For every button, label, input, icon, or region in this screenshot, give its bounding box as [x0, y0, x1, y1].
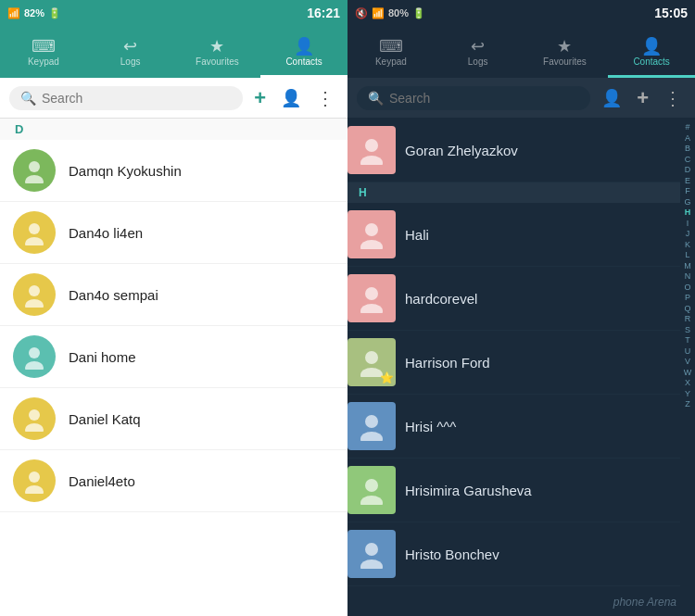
contact-name: Hali: [405, 227, 429, 243]
status-bar-right: 🔇 📶 80% 🔋 15:05: [348, 0, 695, 26]
alpha-i[interactable]: I: [687, 219, 689, 228]
contact-item[interactable]: Dan4o li4en: [0, 202, 348, 264]
keypad-icon-left: ⌨: [32, 38, 56, 55]
contact-item[interactable]: Dani home: [0, 326, 348, 388]
search-wrap-right[interactable]: 🔍: [357, 86, 590, 110]
alpha-z[interactable]: Z: [685, 399, 690, 409]
alpha-m[interactable]: M: [684, 261, 691, 270]
search-icon-right: 🔍: [368, 91, 384, 106]
contact-name: hardcorevel: [405, 291, 477, 307]
avatar: [348, 402, 396, 450]
contact-item[interactable]: Daniel Katq: [0, 388, 348, 450]
tab-bar-left: ⌨ Keypad ↩ Logs ★ Favourites 👤 Contacts: [0, 26, 348, 78]
tab-keypad-left[interactable]: ⌨ Keypad: [0, 26, 87, 78]
alpha-c[interactable]: C: [685, 155, 691, 164]
contact-item[interactable]: Damqn Kyokushin: [0, 140, 348, 202]
add-button-left[interactable]: +: [250, 82, 270, 114]
tab-favourites-left[interactable]: ★ Favourites: [174, 26, 261, 78]
section-d-header: D: [0, 119, 348, 140]
alpha-k[interactable]: K: [685, 240, 690, 249]
right-signal-icon: 📶: [372, 7, 385, 19]
alpha-hash[interactable]: #: [685, 122, 689, 132]
alpha-w[interactable]: W: [684, 368, 692, 377]
contact-item[interactable]: Hali: [348, 203, 680, 267]
tab-logs-left[interactable]: ↩ Logs: [87, 26, 174, 78]
contact-name: Daniel4eto: [69, 473, 135, 489]
alpha-o[interactable]: O: [684, 283, 690, 292]
alpha-h[interactable]: H: [685, 207, 691, 217]
alphabet-sidebar[interactable]: # A B C D E F G H I J K L M N O P Q R S …: [680, 119, 695, 616]
contact-name: Hristo Bonchev: [405, 547, 499, 562]
svg-point-25: [360, 559, 383, 569]
tab-keypad-right[interactable]: ⌨ Keypad: [348, 26, 435, 78]
contact-item[interactable]: Goran Zhelyazkov: [348, 119, 680, 182]
add-contact-button-right[interactable]: 👤: [598, 84, 626, 112]
more-button-left[interactable]: ⋮: [312, 83, 338, 113]
svg-point-9: [25, 423, 44, 432]
favourites-icon-left: ★: [209, 38, 224, 55]
alpha-x[interactable]: X: [685, 378, 690, 387]
alpha-a[interactable]: A: [685, 133, 690, 143]
contact-item[interactable]: Hrisi ^^^: [348, 395, 680, 459]
search-input-right[interactable]: [389, 91, 579, 106]
right-time: 15:05: [654, 6, 688, 20]
more-button-right[interactable]: ⋮: [660, 83, 686, 113]
contact-item[interactable]: Dan4o sempai: [0, 264, 348, 326]
tab-favourites-right[interactable]: ★ Favourites: [522, 26, 609, 78]
avatar: [13, 211, 56, 254]
contact-name: Damqn Kyokushin: [69, 163, 182, 179]
alpha-t[interactable]: T: [685, 335, 690, 345]
tab-contacts-right[interactable]: 👤 Contacts: [608, 26, 695, 78]
alpha-e[interactable]: E: [685, 176, 690, 185]
add-contact-button-left[interactable]: 👤: [277, 84, 305, 112]
contact-item[interactable]: hardcorevel: [348, 267, 680, 331]
alpha-p[interactable]: P: [685, 293, 690, 302]
right-battery-pct: 80%: [388, 7, 409, 19]
svg-point-23: [360, 496, 383, 505]
alpha-l[interactable]: L: [685, 250, 689, 259]
alpha-g[interactable]: G: [684, 197, 690, 207]
left-battery-pct: 82%: [24, 7, 44, 19]
logs-icon-left: ↩: [123, 38, 137, 55]
alpha-y[interactable]: Y: [685, 389, 690, 398]
svg-point-6: [29, 347, 40, 358]
search-wrap-left[interactable]: 🔍: [9, 86, 243, 110]
svg-point-22: [365, 479, 378, 492]
tab-keypad-label-left: Keypad: [28, 57, 59, 67]
alpha-b[interactable]: B: [685, 144, 690, 153]
mute-icon: 🔇: [355, 7, 368, 19]
alpha-r[interactable]: R: [685, 314, 691, 323]
keypad-icon-right: ⌨: [379, 38, 403, 55]
tab-contacts-label-right: Contacts: [633, 57, 669, 67]
alpha-d[interactable]: D: [685, 165, 691, 174]
left-battery-icon: 🔋: [48, 7, 61, 19]
svg-point-7: [25, 361, 44, 370]
avatar: [348, 530, 396, 578]
contact-item[interactable]: ⭐ Harrison Ford: [348, 331, 680, 395]
svg-point-15: [360, 240, 383, 249]
alpha-n[interactable]: N: [685, 271, 691, 281]
alpha-f[interactable]: F: [685, 186, 690, 195]
alpha-u[interactable]: U: [685, 346, 691, 356]
tab-logs-right[interactable]: ↩ Logs: [435, 26, 522, 78]
search-input-left[interactable]: [42, 91, 232, 106]
svg-point-8: [29, 409, 40, 421]
svg-point-2: [29, 223, 40, 234]
section-h-header: H: [348, 182, 680, 203]
alpha-q[interactable]: Q: [684, 304, 690, 313]
alpha-s[interactable]: S: [685, 325, 690, 334]
logs-icon-right: ↩: [471, 38, 485, 55]
add-button-right[interactable]: +: [633, 82, 652, 114]
alpha-v[interactable]: V: [685, 357, 690, 366]
contact-item[interactable]: Hristo Bonchev: [348, 522, 680, 586]
avatar: [13, 397, 56, 440]
svg-point-4: [29, 285, 40, 296]
svg-point-21: [360, 432, 383, 441]
contact-item[interactable]: Hrisimira Garusheva: [348, 459, 680, 522]
tab-contacts-left[interactable]: 👤 Contacts: [260, 26, 348, 78]
search-bar-right: 🔍 👤 + ⋮: [348, 78, 695, 119]
contact-item[interactable]: Daniel4eto: [0, 450, 348, 512]
svg-point-0: [29, 161, 40, 172]
alpha-j[interactable]: J: [686, 229, 690, 238]
status-bar-left: 📶 82% 🔋 16:21: [0, 0, 348, 26]
